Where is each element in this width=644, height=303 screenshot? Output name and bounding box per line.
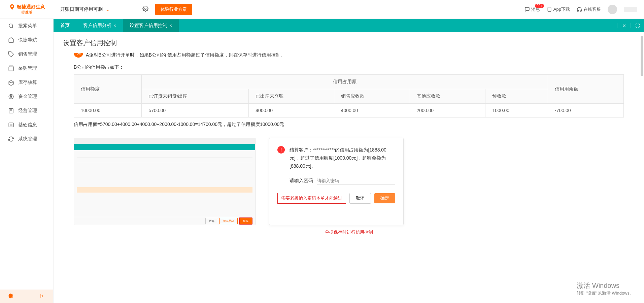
th-balance: 信用用余额 xyxy=(548,75,624,104)
shot-discard: 放弃 xyxy=(205,218,218,224)
th-col: 其他应收款 xyxy=(410,89,485,104)
tab-1[interactable]: 客户信用分析× xyxy=(76,19,123,32)
search-icon xyxy=(8,23,14,29)
list-icon xyxy=(8,122,14,128)
headset-icon xyxy=(577,7,582,12)
refresh-icon xyxy=(8,136,14,142)
sidebar-item-label: 系统管理 xyxy=(18,136,37,142)
close-icon[interactable]: × xyxy=(113,23,116,28)
credit-warning-dialog: ! 结算客户：************的信用占用额为[1888.00元]，超过了… xyxy=(269,138,404,225)
sidebar-item-0[interactable]: 搜索菜单 xyxy=(0,19,53,33)
tab-0[interactable]: 首页 xyxy=(54,19,76,32)
brand-name: 畅捷通好生意 xyxy=(17,4,45,10)
svg-text:¥: ¥ xyxy=(10,95,12,98)
svg-rect-16 xyxy=(41,294,41,298)
sidebar-item-2[interactable]: 销售管理 xyxy=(0,47,53,61)
doc-icon xyxy=(8,108,14,114)
sidebar-item-label: 基础信息 xyxy=(18,122,37,128)
header-right: 消息 99+ App下载 在线客服 xyxy=(524,5,644,14)
th-col: 已订货未销货/出库 xyxy=(142,89,249,104)
th-credit: 信用额度 xyxy=(74,75,142,104)
sidebar-item-label: 资金管理 xyxy=(18,94,37,100)
credit-table: 信用额度 信用占用额 信用用余额 已订货未销货/出库已出库未立账销售应收款其他应… xyxy=(74,74,624,117)
sidebar-item-label: 经营管理 xyxy=(18,108,37,114)
scrollbar-thumb[interactable] xyxy=(641,36,643,76)
sidebar-item-label: 快捷导航 xyxy=(18,37,37,43)
sidebar-item-label: 库存核算 xyxy=(18,79,37,86)
tab-2[interactable]: 设置客户信用控制× xyxy=(123,19,179,32)
bag-icon xyxy=(8,65,14,71)
sidebar-item-8[interactable]: 系统管理 xyxy=(0,132,53,146)
sidebar-item-label: 销售管理 xyxy=(18,51,37,57)
cancel-button[interactable]: 取消 xyxy=(349,193,371,204)
fullscreen-icon[interactable] xyxy=(631,23,644,28)
svg-point-0 xyxy=(145,8,146,10)
user-avatar[interactable] xyxy=(608,5,617,14)
support-button[interactable]: 在线客服 xyxy=(577,6,601,12)
logo[interactable]: 畅捷通好生意 标准版 xyxy=(0,4,54,15)
illustration-row: 放弃 保存草稿 保存 ! 结算客户：************的信用占用额为[18… xyxy=(74,138,624,225)
dialog-note: 需要老板输入密码本单才能通过 xyxy=(277,193,346,204)
password-input[interactable] xyxy=(317,177,395,185)
close-icon[interactable]: × xyxy=(169,23,172,28)
chat-icon xyxy=(524,7,530,12)
tag-icon xyxy=(8,51,14,57)
svg-point-3 xyxy=(9,24,13,28)
footer-gear-icon[interactable] xyxy=(8,293,13,300)
caption-text: 单据保存时进行信用控制 xyxy=(74,229,624,235)
tab-label: 客户信用分析 xyxy=(83,23,111,29)
th-usage: 信用占用额 xyxy=(142,75,548,89)
cell-val: 4000.00 xyxy=(334,104,410,117)
cell-val: 1000.00 xyxy=(485,104,548,117)
example-text: A企对B公司进行开单时，如果B公司的 信用占用额超过了信用额度，则在保存时进行信… xyxy=(86,51,285,59)
svg-line-4 xyxy=(12,27,13,28)
cta-button[interactable]: 体验行业方案 xyxy=(155,4,192,15)
sidebar-item-6[interactable]: 经营管理 xyxy=(0,104,53,118)
chevron-down-icon: ⌄ xyxy=(105,6,110,12)
brand-edition: 标准版 xyxy=(21,10,32,15)
cell-val: 4000.00 xyxy=(249,104,334,117)
tab-label: 设置客户信用控制 xyxy=(130,23,167,29)
th-col: 已出库未立账 xyxy=(249,89,334,104)
shot-save: 保存 xyxy=(239,217,252,225)
coin-icon: ¥ xyxy=(8,94,14,100)
cell-val: 5700.00 xyxy=(142,104,249,117)
sidebar: 搜索菜单快捷导航销售管理采购管理库存核算¥资金管理经营管理基础信息系统管理 xyxy=(0,19,54,303)
dropdown-label: 开账日期可停用可删 xyxy=(60,6,103,12)
sidebar-item-label: 采购管理 xyxy=(18,65,37,71)
page-title: 设置客户信用控制 xyxy=(54,32,644,51)
password-label: 请输入密码 xyxy=(290,178,313,184)
tabs-bar: 首页客户信用分析×设置客户信用控制× xyxy=(54,19,644,32)
svg-rect-1 xyxy=(548,7,551,11)
cell-balance: -700.00 xyxy=(548,104,624,117)
messages-button[interactable]: 消息 99+ xyxy=(524,6,540,12)
sidebar-item-4[interactable]: 库存核算 xyxy=(0,75,53,90)
home-icon xyxy=(8,37,14,43)
user-name-placeholder[interactable] xyxy=(624,7,637,12)
warning-icon: ! xyxy=(277,146,285,154)
sidebar-item-3[interactable]: 采购管理 xyxy=(0,61,53,75)
shot-draft: 保存草稿 xyxy=(219,218,238,224)
sidebar-item-1[interactable]: 快捷导航 xyxy=(0,33,53,47)
sidebar-item-5[interactable]: ¥资金管理 xyxy=(0,90,53,104)
main: 首页客户信用分析×设置客户信用控制× 设置客户信用控制 例 A企对B公司进行开单… xyxy=(54,19,644,303)
dialog-message: 结算客户：************的信用占用额为[1888.00元]，超过了信用… xyxy=(290,146,395,170)
top-header: 畅捷通好生意 标准版 开账日期可停用可删 ⌄ 体验行业方案 消息 99+ App… xyxy=(0,0,644,19)
order-screenshot: 放弃 保存草稿 保存 xyxy=(74,138,256,225)
close-all-tabs-icon[interactable] xyxy=(617,23,631,28)
cell-val: 2000.00 xyxy=(410,104,485,117)
sidebar-footer xyxy=(0,290,53,303)
collapse-sidebar-icon[interactable] xyxy=(39,293,45,300)
formula-text: 信用占用额=5700.00+4000.00+4000.00+2000.00-10… xyxy=(74,122,624,128)
phone-icon xyxy=(547,7,552,12)
ok-button[interactable]: 确定 xyxy=(374,193,395,203)
app-download-button[interactable]: App下载 xyxy=(547,6,570,12)
scrollbar[interactable] xyxy=(641,32,643,303)
sub-text: B公司的信用额占如下： xyxy=(74,64,624,70)
sidebar-item-7[interactable]: 基础信息 xyxy=(0,118,53,132)
th-col: 销售应收款 xyxy=(334,89,410,104)
sidebar-item-label: 搜索菜单 xyxy=(18,23,37,29)
settings-gear-icon[interactable] xyxy=(141,4,150,14)
account-dropdown[interactable]: 开账日期可停用可删 ⌄ xyxy=(54,6,141,12)
brand-icon xyxy=(9,4,15,10)
